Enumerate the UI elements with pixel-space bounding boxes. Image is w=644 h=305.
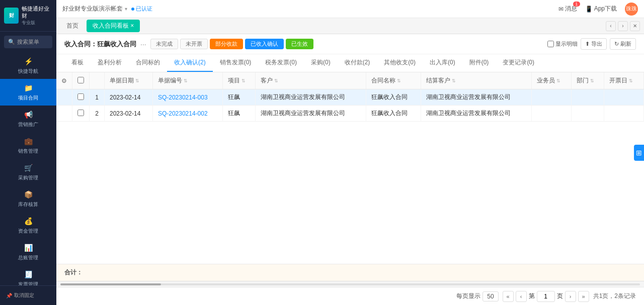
status-btn-3[interactable]: 已收入确认 xyxy=(245,39,284,49)
sub-tab-5[interactable]: 税务发票(0) xyxy=(258,54,304,72)
status-btn-1[interactable]: 未开票 xyxy=(180,39,208,49)
certified-badge: 已认证 xyxy=(131,5,152,13)
settings-icon[interactable]: ⚙ xyxy=(61,77,67,84)
td-settings-1 xyxy=(56,106,72,122)
sort-project-icon[interactable]: ⇅ xyxy=(242,78,246,83)
status-btn-0[interactable]: 未完成 xyxy=(150,39,178,49)
scroll-thumb[interactable] xyxy=(60,283,161,285)
nav-icon-5: 📦 xyxy=(23,189,33,199)
data-table: ⚙ 单据日期⇅ 单据编号⇅ 项目⇅ xyxy=(56,72,644,122)
sub-tab-8[interactable]: 其他收支(0) xyxy=(377,54,423,72)
app-download-button[interactable]: 📱 App下载 xyxy=(585,5,617,13)
status-btn-4[interactable]: 已生效 xyxy=(286,39,313,49)
tab-home[interactable]: 首页 xyxy=(60,20,85,32)
pagination: 每页显示 50 « ‹ 第 页 › » 共1页，2条记录 xyxy=(56,287,644,305)
tab-close-button[interactable]: ✕ xyxy=(630,21,640,31)
td-checkbox-1 xyxy=(72,106,90,122)
td-contractname-0: 狂飙收入合同 xyxy=(366,89,421,106)
sort-contractname-icon[interactable]: ⇅ xyxy=(397,78,401,83)
chevron-down-icon: ▾ xyxy=(125,6,127,12)
sidebar-item-7[interactable]: 📊 总账管理 xyxy=(0,239,56,265)
sort-salesperson-icon[interactable]: ⇅ xyxy=(556,78,560,83)
nav-label-7: 总账管理 xyxy=(18,254,38,261)
tab-prev-button[interactable]: ‹ xyxy=(606,21,616,31)
company-name: 好业财专业版演示帐套 xyxy=(62,5,123,13)
sub-tab-10[interactable]: 附件(0) xyxy=(462,54,496,72)
nav-label-4: 采购管理 xyxy=(18,174,38,181)
table-row[interactable]: 2 2023-02-14 SQ-20230214-002 狂飙 湖南卫视商业运营… xyxy=(56,106,644,122)
message-button[interactable]: ✉ 消息 1 xyxy=(558,5,577,13)
sort-customer-icon[interactable]: ⇅ xyxy=(274,78,278,83)
td-settlecustomer-0: 湖南卫视商业运营发展有限公司 xyxy=(421,89,531,106)
tab-next-button[interactable]: › xyxy=(618,21,628,31)
sidebar-item-5[interactable]: 📦 库存核算 xyxy=(0,185,56,212)
td-contractname-1: 狂飙收入合同 xyxy=(366,106,421,122)
scroll-track xyxy=(60,283,640,285)
select-all-checkbox[interactable] xyxy=(77,77,84,83)
show-detail-checkbox[interactable]: 显示明细 xyxy=(547,40,578,48)
main-area: 好业财专业版演示帐套 ▾ 已认证 ✉ 消息 1 📱 App下载 珠珠 xyxy=(56,0,644,305)
table-wrapper[interactable]: ⚙ 单据日期⇅ 单据编号⇅ 项目⇅ xyxy=(56,72,644,264)
td-department-0 xyxy=(571,89,604,106)
sub-tab-1[interactable]: 盈利分析 xyxy=(91,54,129,72)
row-checkbox-0[interactable] xyxy=(77,93,84,100)
refresh-button[interactable]: ↻ 刷新 xyxy=(610,38,636,50)
logo-sub: 专业版 xyxy=(22,20,52,26)
scroll-indicator[interactable] xyxy=(56,281,644,287)
last-page-button[interactable]: » xyxy=(578,291,589,302)
app-logo: 财 畅捷通好业财 专业版 xyxy=(0,0,56,32)
sub-tab-3[interactable]: 收入确认(2) xyxy=(167,54,213,72)
td-date-0: 2023-02-14 xyxy=(105,89,153,106)
mobile-icon: 📱 xyxy=(585,6,593,13)
next-page-button[interactable]: › xyxy=(565,291,576,302)
sub-tab-9[interactable]: 出入库(0) xyxy=(423,54,462,72)
page-title: 收入合同：狂飙收入合同 xyxy=(64,40,136,49)
th-settings: ⚙ xyxy=(56,72,72,89)
sort-orderno-icon[interactable]: ⇅ xyxy=(184,78,188,83)
sidebar-item-3[interactable]: 💼 销售管理 xyxy=(0,132,56,159)
tab-active[interactable]: 收入合同看板 × xyxy=(87,20,140,32)
export-button[interactable]: ⬆ 导出 xyxy=(581,38,607,50)
status-btn-2[interactable]: 部分收款 xyxy=(210,39,243,49)
sidebar-item-8[interactable]: 🧾 发票管理 xyxy=(0,265,56,285)
sub-tab-2[interactable]: 合同标的 xyxy=(129,54,167,72)
page-number-input[interactable] xyxy=(537,291,555,302)
sort-settlecustomer-icon[interactable]: ⇅ xyxy=(452,78,456,83)
sidebar-item-2[interactable]: 📢 营销推广 xyxy=(0,106,56,132)
table-row[interactable]: 1 2023-02-14 SQ-20230214-003 狂飙 湖南卫视商业运营… xyxy=(56,89,644,106)
pin-button[interactable]: 📌 取消固定 xyxy=(4,290,52,301)
page-size-value[interactable]: 50 xyxy=(482,291,498,301)
page-actions: 显示明细 ⬆ 导出 ↻ 刷新 xyxy=(547,38,636,50)
message-badge: 1 xyxy=(573,2,580,7)
first-page-button[interactable]: « xyxy=(503,291,514,302)
sub-tab-6[interactable]: 采购(0) xyxy=(304,54,338,72)
order-link-0[interactable]: SQ-20230214-003 xyxy=(158,94,208,101)
sort-date-icon[interactable]: ⇅ xyxy=(135,78,139,83)
search-menu-button[interactable]: 🔍 搜索菜单 xyxy=(4,36,52,48)
td-checkbox-0 xyxy=(72,89,90,106)
more-options-button[interactable]: ··· xyxy=(140,40,146,48)
sub-tab-11[interactable]: 变更记录(0) xyxy=(496,54,541,72)
prev-page-button[interactable]: ‹ xyxy=(516,291,527,302)
td-num-0: 1 xyxy=(90,89,105,106)
topbar-right: ✉ 消息 1 📱 App下载 珠珠 xyxy=(558,3,638,16)
nav-label-2: 营销推广 xyxy=(18,121,38,128)
td-opendate-1 xyxy=(604,106,643,122)
sort-opendate-icon[interactable]: ⇅ xyxy=(629,78,633,83)
export-icon: ⬆ xyxy=(585,41,590,47)
sidebar-item-6[interactable]: 💰 资金管理 xyxy=(0,212,56,239)
sidebar-item-1[interactable]: 📁 项目合同 xyxy=(0,79,56,106)
sidebar-item-0[interactable]: ⚡ 快捷导航 xyxy=(0,52,56,79)
sub-tab-7[interactable]: 收付款(2) xyxy=(338,54,377,72)
sidebar-item-4[interactable]: 🛒 采购管理 xyxy=(0,159,56,185)
user-avatar[interactable]: 珠珠 xyxy=(625,3,638,16)
sub-tab-4[interactable]: 销售发票(0) xyxy=(213,54,259,72)
sort-department-icon[interactable]: ⇅ xyxy=(590,78,594,83)
nav-label-1: 项目合同 xyxy=(18,94,38,101)
order-link-1[interactable]: SQ-20230214-002 xyxy=(158,110,208,117)
right-float-button[interactable]: ⊞ xyxy=(634,145,644,161)
show-detail-input[interactable] xyxy=(547,41,554,47)
company-selector[interactable]: 好业财专业版演示帐套 ▾ xyxy=(62,5,127,13)
sub-tab-0[interactable]: 看板 xyxy=(64,54,91,72)
row-checkbox-1[interactable] xyxy=(77,110,84,116)
